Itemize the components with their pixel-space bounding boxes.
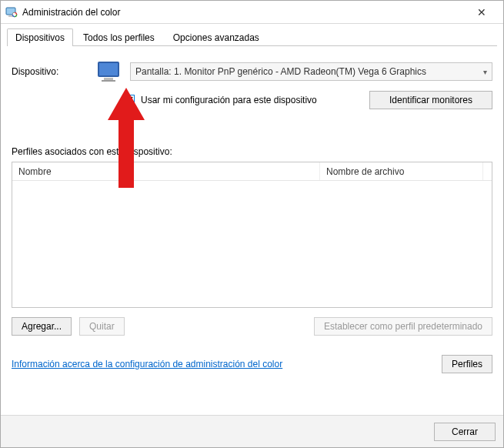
associated-profiles-label: Perfiles asociados con este dispositivo: <box>12 146 492 157</box>
chevron-down-icon: ▾ <box>483 68 487 76</box>
device-select-value: Pantalla: 1. Monitor PnP genérico - AMD … <box>135 66 426 77</box>
tab-opciones-avanzadas[interactable]: Opciones avanzadas <box>165 28 268 46</box>
profile-list[interactable]: Nombre Nombre de archivo <box>12 162 492 308</box>
button-label: Cerrar <box>452 426 478 437</box>
close-icon: ✕ <box>477 6 486 18</box>
tab-label: Dispositivos <box>15 32 65 43</box>
column-header-end <box>482 162 492 180</box>
profiles-button[interactable]: Perfiles <box>442 355 492 373</box>
tab-panel: Dispositivo: Pantalla: 1. Monitor PnP ge… <box>1 46 503 379</box>
add-button[interactable]: Agregar... <box>12 317 72 336</box>
svg-rect-6 <box>102 80 115 82</box>
bottom-row: Información acerca de la configuración d… <box>12 355 492 373</box>
tab-dispositivos[interactable]: Dispositivos <box>7 28 73 46</box>
color-management-info-link[interactable]: Información acerca de la configuración d… <box>12 359 282 369</box>
tab-row: Dispositivos Todos los perfiles Opciones… <box>1 24 503 46</box>
monitor-icon <box>96 60 122 83</box>
device-select[interactable]: Pantalla: 1. Monitor PnP genérico - AMD … <box>130 62 492 81</box>
svg-rect-5 <box>104 78 113 80</box>
footer: Cerrar <box>1 415 503 447</box>
window-title: Administración del color <box>22 7 466 18</box>
use-my-settings-label: Usar mi configuración para este disposit… <box>141 95 317 105</box>
svg-rect-4 <box>99 63 118 75</box>
set-default-profile-button: Establecer como perfil predeterminado <box>314 317 492 336</box>
device-row: Dispositivo: Pantalla: 1. Monitor PnP ge… <box>12 60 492 83</box>
tab-todos-los-perfiles[interactable]: Todos los perfiles <box>75 28 163 46</box>
list-actions: Agregar... Quitar Establecer como perfil… <box>12 317 492 336</box>
config-row: Usar mi configuración para este disposit… <box>124 91 492 109</box>
button-label: Quitar <box>89 321 115 332</box>
button-label: Identificar monitores <box>389 95 472 105</box>
tab-label: Opciones avanzadas <box>173 32 259 43</box>
close-dialog-button[interactable]: Cerrar <box>434 423 496 441</box>
profile-list-header: Nombre Nombre de archivo <box>12 162 492 181</box>
button-label: Agregar... <box>22 321 62 332</box>
device-label: Dispositivo: <box>12 66 88 77</box>
divider <box>12 346 492 347</box>
app-icon <box>5 6 18 18</box>
button-label: Perfiles <box>452 359 482 369</box>
column-label: Nombre de archivo <box>326 166 404 177</box>
title-bar: Administración del color ✕ <box>1 1 503 24</box>
tab-label: Todos los perfiles <box>83 32 155 43</box>
use-my-settings-checkbox[interactable] <box>124 95 135 105</box>
column-header-name[interactable]: Nombre <box>12 162 320 180</box>
identify-monitors-button[interactable]: Identificar monitores <box>369 91 492 109</box>
button-label: Establecer como perfil predeterminado <box>324 321 482 332</box>
column-header-file[interactable]: Nombre de archivo <box>320 162 482 180</box>
column-label: Nombre <box>18 166 52 177</box>
close-button[interactable]: ✕ <box>466 2 497 23</box>
remove-button: Quitar <box>79 317 125 336</box>
